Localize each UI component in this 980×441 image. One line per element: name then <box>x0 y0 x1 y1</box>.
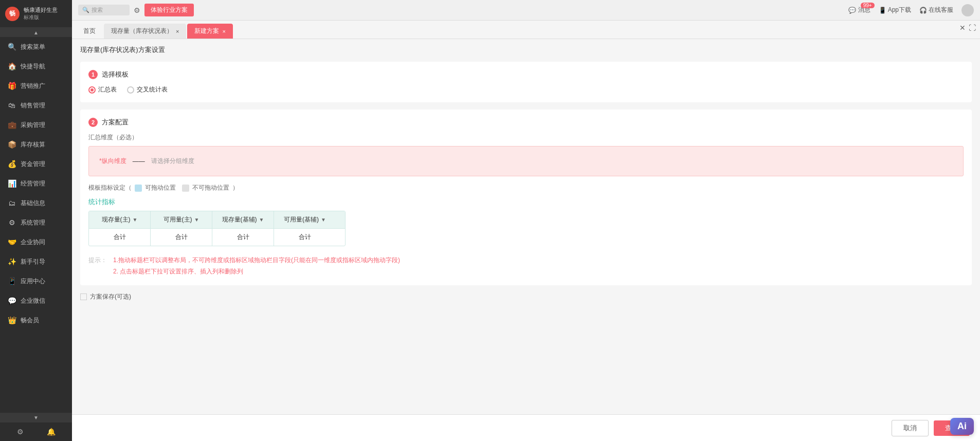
brand-icon: 畅 <box>5 7 20 21</box>
tab-home[interactable]: 首页 <box>76 24 103 39</box>
topbar-right: 💬 消息 99+ 📱 App下载 🎧 在线客服 <box>848 4 974 16</box>
ai-badge[interactable]: Ai <box>950 418 974 435</box>
radio-cross[interactable]: 交叉统计表 <box>127 85 168 94</box>
sidebar-item-operation[interactable]: 📊 经营管理 <box>0 174 72 193</box>
step2-badge: 2 <box>88 118 98 127</box>
step1-header: 1 选择模板 <box>88 70 964 79</box>
col2-chevron-icon: ▼ <box>194 217 199 223</box>
tab-new-plan-close[interactable]: × <box>222 28 225 34</box>
sidebar-item-basic-info[interactable]: 🗂 基础信息 <box>0 193 72 213</box>
basic-info-icon: 🗂 <box>7 198 16 208</box>
sidebar-scroll-up[interactable]: ▲ <box>0 28 72 37</box>
quick-nav-icon: 🏠 <box>7 62 16 71</box>
app-icon: 📱 <box>879 7 886 14</box>
fixed-badge <box>182 185 189 192</box>
app-download-link[interactable]: 📱 App下载 <box>879 6 911 14</box>
stats-col4-body: 合计 <box>274 229 336 246</box>
stats-col2-header[interactable]: 可用量(主) ▼ <box>151 211 212 228</box>
sidebar-item-guide[interactable]: ✨ 新手引导 <box>0 252 72 271</box>
tab-inventory[interactable]: 现存量（库存状况表） × <box>104 24 186 39</box>
stats-header-row: 现存量(主) ▼ 可用量(主) ▼ 现存量(基辅) ▼ 可用量(基辅) ▼ <box>89 211 345 228</box>
tab-new-plan[interactable]: 新建方案 × <box>187 24 232 39</box>
trial-button[interactable]: 体验行业方案 <box>144 4 194 16</box>
cooperation-icon: 🤝 <box>7 237 16 247</box>
customer-service-link[interactable]: 🎧 在线客服 <box>919 6 953 14</box>
sidebar-item-inventory[interactable]: 📦 库存核算 <box>0 135 72 154</box>
tip-line2: 2. 点击标题栏下拉可设置排序、插入列和删除列 <box>88 266 964 278</box>
purchase-icon: 💼 <box>7 120 16 130</box>
sidebar-item-sales[interactable]: 🛍 销售管理 <box>0 96 72 115</box>
topbar-search[interactable]: 🔍 搜索 <box>78 5 130 15</box>
tab-expand-button[interactable]: ⛶ <box>969 24 976 32</box>
stats-col3-header[interactable]: 现存量(基辅) ▼ <box>212 211 274 228</box>
main-area: 🔍 搜索 ⚙ 体验行业方案 💬 消息 99+ 📱 App下载 🎧 在线客服 <box>72 0 980 441</box>
sidebar-item-purchase[interactable]: 💼 采购管理 <box>0 115 72 135</box>
col1-chevron-icon: ▼ <box>133 217 138 223</box>
step1-section: 1 选择模板 汇总表 交叉统计表 <box>80 62 972 102</box>
step1-badge: 1 <box>88 70 98 79</box>
sidebar-item-cooperation[interactable]: 🤝 企业协同 <box>0 232 72 252</box>
topbar-left: 🔍 搜索 ⚙ 体验行业方案 <box>78 4 194 16</box>
topbar-gear-icon[interactable]: ⚙ <box>134 6 140 14</box>
sidebar-item-marketing[interactable]: 🎁 营销推广 <box>0 76 72 96</box>
indicator-label: 模板指标设定（ 可拖动位置 不可拖动位置 ） <box>88 183 964 192</box>
content-area: 现存量(库存状况表)方案设置 1 选择模板 汇总表 交叉统计表 2 <box>72 39 980 414</box>
radio-summary[interactable]: 汇总表 <box>88 85 117 94</box>
finance-icon: 💰 <box>7 159 16 169</box>
step1-title: 选择模板 <box>102 70 129 79</box>
guide-icon: ✨ <box>7 257 16 266</box>
step2-title: 方案配置 <box>102 118 129 127</box>
sales-icon: 🛍 <box>7 101 16 110</box>
stats-body-row: 合计 合计 合计 合计 <box>89 228 345 246</box>
sidebar-item-member[interactable]: 👑 畅会员 <box>0 310 72 330</box>
dimension-area[interactable]: *纵向维度 —— 请选择分组维度 <box>88 146 964 176</box>
stats-col4-header[interactable]: 可用量(基辅) ▼ <box>274 211 336 228</box>
sound-icon[interactable]: 🔔 <box>47 428 56 436</box>
sidebar-nav: 🔍 搜索菜单 🏠 快捷导航 🎁 营销推广 🛍 销售管理 💼 采购管理 📦 库存核… <box>0 37 72 413</box>
system-icon: ⚙ <box>7 218 16 227</box>
dimension-placeholder: 请选择分组维度 <box>151 157 194 166</box>
tips-section: 提示： 1.拖动标题栏可以调整布局，不可跨维度或指标区域拖动栏目字段(只能在同一… <box>88 255 964 277</box>
sidebar-item-search-menu[interactable]: 🔍 搜索菜单 <box>0 37 72 57</box>
notification-button[interactable]: 💬 消息 99+ <box>848 6 870 14</box>
footer-bar: 取消 查询 <box>72 414 980 441</box>
tip-line1: 提示： 1.拖动标题栏可以调整布局，不可跨维度或指标区域拖动栏目字段(只能在同一… <box>88 255 964 266</box>
search-menu-icon: 🔍 <box>7 42 16 51</box>
operation-icon: 📊 <box>7 179 16 188</box>
notification-badge: 99+ <box>861 3 875 8</box>
indicator-settings: 模板指标设定（ 可拖动位置 不可拖动位置 ） <box>88 183 964 192</box>
tab-inventory-close[interactable]: × <box>176 28 179 34</box>
save-checkbox[interactable] <box>80 293 87 300</box>
brand-text: 畅康通好生意 标准版 <box>24 6 58 21</box>
sidebar-item-quick-nav[interactable]: 🏠 快捷导航 <box>0 57 72 76</box>
step2-section: 2 方案配置 汇总维度（必选） *纵向维度 —— 请选择分组维度 模板指标设定（… <box>80 109 972 285</box>
notification-icon: 💬 <box>848 7 856 14</box>
tabs-actions: ✕ ⛶ <box>959 24 976 32</box>
sidebar-item-finance[interactable]: 💰 资金管理 <box>0 154 72 174</box>
sidebar-item-wechat[interactable]: 💬 企业微信 <box>0 291 72 310</box>
user-avatar[interactable] <box>961 4 974 16</box>
brand-header: 畅 畅康通好生意 标准版 <box>0 0 72 28</box>
wechat-icon: 💬 <box>7 296 16 305</box>
stats-col2-body: 合计 <box>151 229 212 246</box>
topbar: 🔍 搜索 ⚙ 体验行业方案 💬 消息 99+ 📱 App下载 🎧 在线客服 <box>72 0 980 21</box>
stats-col3-body: 合计 <box>212 229 274 246</box>
col3-chevron-icon: ▼ <box>259 217 264 223</box>
tabs-bar: 首页 现存量（库存状况表） × 新建方案 × ✕ ⛶ <box>72 21 980 39</box>
search-icon: 🔍 <box>82 7 89 13</box>
service-icon: 🎧 <box>919 7 927 14</box>
sidebar-scroll-down[interactable]: ▼ <box>0 413 72 422</box>
stats-col1-header[interactable]: 现存量(主) ▼ <box>89 211 151 228</box>
step2-header: 2 方案配置 <box>88 118 964 127</box>
app-center-icon: 📱 <box>7 277 16 286</box>
settings-icon[interactable]: ⚙ <box>17 428 24 436</box>
template-options: 汇总表 交叉统计表 <box>88 85 964 94</box>
sidebar-item-app-center[interactable]: 📱 应用中心 <box>0 271 72 291</box>
dimension-required-label: *纵向维度 <box>99 157 126 166</box>
cancel-button[interactable]: 取消 <box>892 420 929 436</box>
sidebar-footer: ⚙ 🔔 <box>0 422 72 441</box>
dimension-dash: —— <box>133 158 145 165</box>
sidebar-item-system[interactable]: ⚙ 系统管理 <box>0 213 72 232</box>
tab-close-all-button[interactable]: ✕ <box>959 24 966 32</box>
stats-col1-body: 合计 <box>89 229 151 246</box>
